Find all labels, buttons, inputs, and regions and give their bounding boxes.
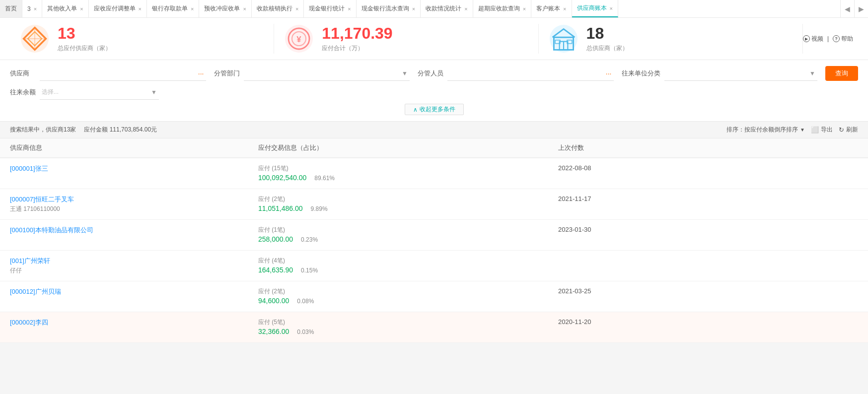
summary-info-ap-suppliers: 13 总应付供应商（家） (58, 25, 111, 53)
close-tab-cash-bank-flow[interactable]: × (412, 6, 415, 12)
supplier-cell-1: [000007]恒旺二手叉车王通 17106110000 (10, 195, 258, 213)
col-header-supplier: 供应商信息 (10, 143, 258, 152)
summary-card-ap-total: ¥ 11,170.39 应付合计（万） (274, 24, 538, 54)
tx-row-1: 11,051,486.009.89% (258, 203, 558, 213)
balance-select[interactable]: 选择... ▼ (40, 85, 159, 100)
result-amount: 应付金额 111,703,854.00元 (84, 126, 157, 134)
close-tab-tab3[interactable]: × (34, 6, 37, 12)
supplier-sub-3: 仔仔 (10, 266, 258, 275)
result-supplier-count: 搜索结果中，供应商13家 (10, 126, 76, 134)
tx-pct-2: 0.23% (301, 236, 318, 243)
tx-row-3: 164,635.900.15% (258, 265, 558, 275)
refresh-icon: ↻ (839, 126, 844, 133)
sort-select[interactable]: 排序：按应付余额倒序排序 ▼ (726, 126, 805, 134)
nav-tab-ap-adjust[interactable]: 应收应付调整单× (89, 0, 147, 17)
supplier-link-4[interactable]: [000012]广州贝瑞 (10, 288, 61, 295)
close-tab-ap-adjust[interactable]: × (139, 6, 142, 12)
tx-cell-0: 应付 (15笔)100,092,540.0089.61% (258, 164, 558, 183)
balance-chevron-icon: ▼ (151, 89, 157, 96)
nav-tab-customer-account[interactable]: 客户账本× (531, 0, 572, 17)
supplier-link-5[interactable]: [000002]李四 (10, 319, 48, 326)
filter-row-1: 供应商 ··· 分管部门 ▼ 分管人员 ··· (10, 66, 858, 81)
supplier-link-1[interactable]: [000007]恒旺二手叉车 (10, 196, 74, 203)
tx-pct-4: 0.08% (297, 298, 314, 305)
nav-tab-cash-bank-flow[interactable]: 现金银行流水查询× (357, 0, 421, 17)
close-tab-bank-deposit[interactable]: × (191, 6, 194, 12)
nav-tab-overdue-query[interactable]: 超期应收款查询× (473, 0, 531, 17)
supplier-link-2[interactable]: [000100]本特勤油品有限公司 (10, 226, 93, 234)
nav-tab-bank-deposit[interactable]: 银行存取款单× (147, 0, 199, 17)
supplier-input[interactable] (40, 66, 196, 80)
person-filter-label: 分管人员 (418, 69, 443, 78)
store-icon (549, 24, 579, 54)
close-tab-overdue-query[interactable]: × (523, 6, 526, 12)
filter-area: 供应商 ··· 分管部门 ▼ 分管人员 ··· (0, 60, 868, 122)
category-filter-label: 往来单位分类 (622, 69, 660, 78)
col-header-tx: 应付交易信息（占比） (258, 143, 558, 152)
export-button[interactable]: ⬜ 导出 (811, 126, 833, 134)
last-pay-2: 2023-01-30 (558, 226, 858, 233)
close-tab-advance-offset[interactable]: × (243, 6, 246, 12)
top-right-links: ▶ 视频 | ? 帮助 (803, 35, 858, 43)
video-link[interactable]: ▶ 视频 (803, 35, 823, 43)
nav-tab-supplier-account[interactable]: 供应商账本× (572, 0, 618, 17)
tx-label-1: 应付 (2笔) (258, 195, 558, 203)
tx-amount-3[interactable]: 164,635.90 (258, 266, 293, 274)
table-body: [000001]张三应付 (15笔)100,092,540.0089.61%20… (0, 158, 868, 343)
nav-tab-collection-stat[interactable]: 收款情况统计× (421, 0, 473, 17)
collapse-area: ∧ 收起更多条件 (10, 104, 858, 115)
person-input[interactable] (447, 66, 604, 80)
total-supplier-count: 18 (586, 25, 628, 42)
last-pay-4: 2021-03-25 (558, 287, 858, 295)
help-link[interactable]: ? 帮助 (833, 35, 853, 43)
last-pay-5: 2020-11-20 (558, 318, 858, 326)
close-tab-supplier-account[interactable]: × (610, 5, 613, 11)
top-navigation: 首页3×其他收入单×应收应付调整单×银行存取款单×预收冲应收单×收款核销执行×现… (0, 0, 868, 18)
nav-tab-advance-offset[interactable]: 预收冲应收单× (199, 0, 251, 17)
close-tab-other-income[interactable]: × (80, 6, 83, 12)
tx-amount-4[interactable]: 94,600.00 (258, 297, 289, 305)
col-header-last-pay: 上次付数 (558, 143, 858, 152)
help-circle-icon: ? (833, 35, 840, 42)
category-input[interactable] (664, 66, 808, 80)
close-tab-receipt-verify[interactable]: × (295, 6, 298, 12)
tx-row-5: 32,366.000.03% (258, 327, 558, 336)
nav-tab-receipt-verify[interactable]: 收款核销执行× (252, 0, 304, 17)
nav-tab-cash-bank-stat[interactable]: 现金银行统计× (304, 0, 356, 17)
ap-total-label: 应付合计（万） (322, 44, 392, 53)
close-tab-cash-bank-stat[interactable]: × (348, 6, 351, 12)
ap-total-amount: 11,170.39 (322, 25, 392, 42)
nav-arrow-right[interactable]: ▶ (854, 0, 868, 17)
filter-row-2: 往来余额 选择... ▼ (10, 85, 858, 100)
table-header: 供应商信息 应付交易信息（占比） 上次付数 (0, 138, 868, 158)
nav-tab-home[interactable]: 首页 (0, 0, 22, 17)
collapse-icon: ∧ (413, 106, 418, 113)
supplier-link-3[interactable]: [001]广州荣轩 (10, 257, 50, 264)
tx-amount-1[interactable]: 11,051,486.00 (258, 204, 303, 212)
svg-text:¥: ¥ (297, 35, 302, 44)
dept-input[interactable] (244, 66, 400, 80)
person-dots-btn[interactable]: ··· (604, 69, 614, 77)
tx-cell-1: 应付 (2笔)11,051,486.009.89% (258, 195, 558, 213)
table-row: [000100]本特勤油品有限公司应付 (1笔)258,000.000.23%2… (0, 220, 868, 251)
collapse-button[interactable]: ∧ 收起更多条件 (405, 104, 464, 115)
nav-arrow-left[interactable]: ◀ (840, 0, 854, 17)
last-pay-1: 2021-11-17 (558, 195, 858, 202)
supplier-dots-btn[interactable]: ··· (196, 69, 206, 77)
nav-tab-tab3[interactable]: 3× (22, 0, 42, 17)
summary-card-ap-suppliers: 13 总应付供应商（家） (10, 24, 274, 54)
refresh-button[interactable]: ↻ 刷新 (839, 126, 858, 134)
tx-amount-0[interactable]: 100,092,540.00 (258, 174, 306, 182)
supplier-cell-0: [000001]张三 (10, 164, 258, 173)
tx-row-0: 100,092,540.0089.61% (258, 173, 558, 183)
nav-tab-other-income[interactable]: 其他收入单× (42, 0, 88, 17)
close-tab-collection-stat[interactable]: × (464, 6, 467, 12)
supplier-input-wrapper: ··· (40, 66, 206, 81)
supplier-link-0[interactable]: [000001]张三 (10, 165, 48, 172)
supplier-sub-1: 王通 17106110000 (10, 205, 258, 213)
query-button[interactable]: 查询 (825, 66, 858, 81)
tx-amount-5[interactable]: 32,366.00 (258, 328, 289, 335)
close-tab-customer-account[interactable]: × (563, 6, 566, 12)
tx-amount-2[interactable]: 258,000.00 (258, 235, 293, 243)
export-icon: ⬜ (811, 126, 819, 133)
